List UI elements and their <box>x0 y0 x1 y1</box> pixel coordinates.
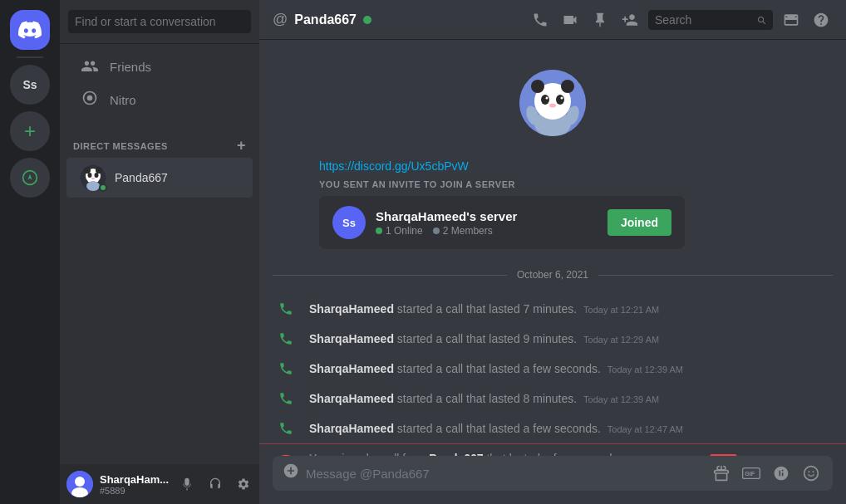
call-icon <box>273 325 299 352</box>
gif-button[interactable]: GIF <box>740 462 763 485</box>
call-icon <box>273 296 299 322</box>
svg-point-8 <box>88 173 92 178</box>
dm-sidebar: Friends Nitro DIRECT MESSAGES + <box>60 0 259 504</box>
svg-text:GIF: GIF <box>745 471 755 477</box>
dm-user-panda667[interactable]: Panda667 <box>66 158 253 198</box>
chat-input-area: GIF <box>259 456 846 504</box>
inbox-button[interactable] <box>780 8 803 32</box>
discover-servers-button[interactable] <box>10 158 50 198</box>
call-text: SharqaHameed started a call that lasted … <box>309 332 659 345</box>
chat-search <box>648 10 773 30</box>
guild-icon-ss[interactable]: Ss <box>10 65 50 105</box>
header-actions <box>529 8 833 32</box>
add-friend-button[interactable] <box>618 8 642 32</box>
sticker-button[interactable] <box>770 462 793 485</box>
svg-point-24 <box>549 104 556 108</box>
online-stat: 1 Online <box>376 225 423 237</box>
profile-area <box>259 53 846 159</box>
discord-home-button[interactable] <box>10 10 50 50</box>
call-message: SharqaHameed started a call that lasted … <box>259 413 846 443</box>
svg-point-13 <box>75 477 85 487</box>
pin-button[interactable] <box>588 8 612 32</box>
dm-navigation: Friends Nitro <box>60 44 259 124</box>
panda667-avatar <box>80 164 106 191</box>
date-separator: October 6, 2021 <box>259 256 846 294</box>
guild-sidebar: Ss + <box>0 0 60 504</box>
svg-point-31 <box>813 471 814 472</box>
invite-info: SharqaHameed's server 1 Online 2 Members <box>376 209 598 237</box>
invite-section: https://discord.gg/Ux5cbPvW YOU SENT AN … <box>259 159 846 256</box>
emoji-button[interactable] <box>799 462 823 485</box>
self-user-info: SharqaHam... #5889 <box>100 473 169 496</box>
dm-section-header: DIRECT MESSAGES + <box>60 124 259 158</box>
invite-link[interactable]: https://discord.gg/Ux5cbPvW <box>273 159 833 173</box>
self-avatar <box>66 471 93 497</box>
self-tag: #5889 <box>100 486 169 496</box>
invite-server-icon: Ss <box>332 206 366 239</box>
chat-messages: https://discord.gg/Ux5cbPvW YOU SENT AN … <box>259 40 846 456</box>
panda667-status <box>99 183 107 192</box>
self-username: SharqaHam... <box>100 473 169 486</box>
call-message: SharqaHameed started a call that lasted … <box>259 354 846 384</box>
svg-point-18 <box>531 80 544 93</box>
svg-point-19 <box>561 80 574 93</box>
headset-button[interactable] <box>204 472 227 496</box>
chat-username: Panda667 <box>294 12 357 27</box>
svg-point-21 <box>556 95 564 105</box>
friends-nav-item[interactable]: Friends <box>66 51 253 83</box>
friends-icon <box>80 57 100 76</box>
settings-button[interactable] <box>232 472 255 496</box>
call-message: SharqaHameed started a call that lasted … <box>259 324 846 354</box>
add-dm-button[interactable]: + <box>237 137 246 154</box>
profile-avatar-large <box>519 70 586 136</box>
date-label: October 6, 2021 <box>517 269 588 281</box>
svg-point-23 <box>561 97 563 100</box>
separator-line-right <box>598 275 833 276</box>
svg-point-10 <box>91 178 95 179</box>
nitro-icon <box>80 90 100 110</box>
add-server-button[interactable]: + <box>10 111 50 151</box>
invite-stats: 1 Online 2 Members <box>376 225 598 237</box>
mic-button[interactable] <box>175 472 199 496</box>
chat-search-input[interactable] <box>655 13 751 27</box>
bottom-bar-icons <box>175 472 255 496</box>
svg-point-3 <box>87 95 93 101</box>
chat-header: @ Panda667 <box>259 0 846 40</box>
svg-point-7 <box>96 167 102 174</box>
svg-point-9 <box>95 173 99 178</box>
call-button[interactable] <box>529 8 552 32</box>
call-text: SharqaHameed started a call that lasted … <box>309 302 659 316</box>
total-dot <box>433 228 440 234</box>
gift-button[interactable] <box>710 462 733 485</box>
missed-call-message: You missed a call from Panda667 that las… <box>259 443 846 456</box>
panda667-info: Panda667 <box>115 171 239 184</box>
chat-header-user: @ Panda667 <box>273 11 519 28</box>
member-stat: 2 Members <box>433 225 493 237</box>
call-text: SharqaHameed started a call that lasted … <box>309 362 683 375</box>
call-messages-container: SharqaHameed started a call that lasted … <box>259 294 846 443</box>
call-message: SharqaHameed started a call that lasted … <box>259 384 846 413</box>
message-input[interactable] <box>306 458 703 490</box>
at-symbol: @ <box>273 11 288 28</box>
chat-input-box: GIF <box>273 456 833 491</box>
call-text: SharqaHameed started a call that lasted … <box>309 392 659 405</box>
video-button[interactable] <box>558 8 582 32</box>
friends-label: Friends <box>110 60 151 74</box>
svg-point-6 <box>84 167 91 174</box>
svg-point-30 <box>809 471 810 472</box>
guild-separator <box>17 56 43 58</box>
svg-point-11 <box>86 181 100 191</box>
call-message: SharqaHameed started a call that lasted … <box>259 294 846 324</box>
attach-button[interactable] <box>283 456 299 491</box>
svg-point-22 <box>546 97 548 100</box>
svg-point-29 <box>804 467 819 481</box>
nitro-nav-item[interactable]: Nitro <box>66 83 253 117</box>
joined-button[interactable]: Joined <box>607 209 671 236</box>
nitro-label: Nitro <box>110 93 136 107</box>
call-icon <box>273 415 299 442</box>
dm-search-input[interactable] <box>68 10 251 33</box>
main-chat: @ Panda667 <box>259 0 846 504</box>
help-button[interactable] <box>809 8 833 32</box>
missed-call-text: You missed a call from Panda667 that las… <box>309 452 737 456</box>
user-bottom-bar: SharqaHam... #5889 <box>60 464 259 504</box>
